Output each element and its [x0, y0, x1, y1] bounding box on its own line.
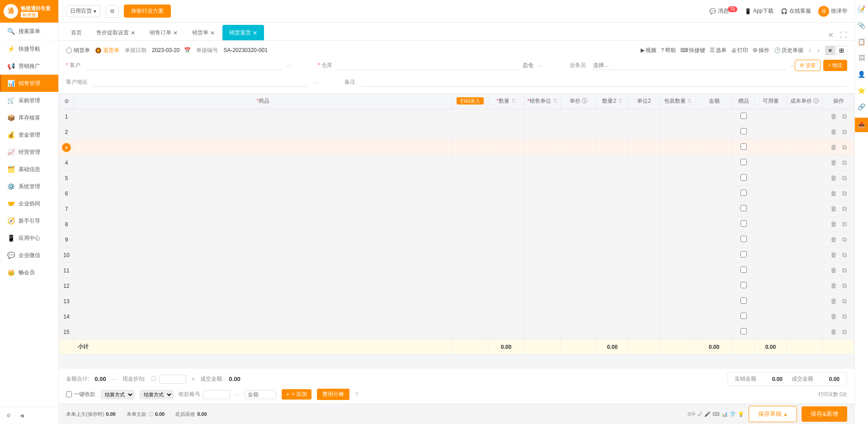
qty-sort-icon[interactable]: ⇅: [511, 98, 516, 104]
sidebar-item-app-center[interactable]: 📱 应用中心: [0, 229, 58, 247]
amount-cell[interactable]: [696, 124, 732, 140]
product-cell[interactable]: [74, 109, 452, 124]
right-attach-icon[interactable]: 📎: [856, 20, 867, 31]
qty-cell-active[interactable]: [488, 140, 524, 155]
industry-selector[interactable]: 日用百货 ▾: [66, 5, 100, 17]
account-input[interactable]: [203, 390, 230, 399]
copy-row-btn[interactable]: ⧉: [840, 296, 849, 306]
amount-cell-active[interactable]: [696, 140, 732, 155]
sidebar-item-marketing[interactable]: 📢 营销推广: [0, 57, 58, 75]
copy-row-btn[interactable]: ⧉: [840, 281, 849, 291]
delete-row-btn[interactable]: 🗑: [829, 127, 839, 137]
product-cell-active[interactable]: [74, 140, 452, 155]
delete-row-btn[interactable]: 🗑: [829, 112, 839, 121]
online-service-btn[interactable]: 🎧 在线客服: [781, 7, 811, 15]
copy-row-btn[interactable]: ⧉: [840, 112, 849, 121]
shortcut-btn[interactable]: ⌨ 快捷键: [680, 47, 705, 54]
sidebar-item-operation[interactable]: 📈 经营管理: [0, 143, 58, 161]
warehouse-more-btn[interactable]: ···: [538, 62, 542, 69]
col-scan-header[interactable]: 扫码录入: [452, 94, 488, 109]
settle-method-select[interactable]: 结算方式: [101, 390, 134, 399]
debt-help-icon[interactable]: ⓘ: [148, 411, 153, 418]
prev-doc-btn[interactable]: ‹: [808, 45, 812, 55]
select-btn[interactable]: ☰ 选单: [710, 47, 726, 54]
delete-row-btn[interactable]: 🗑: [829, 143, 839, 152]
sidebar-item-wechat[interactable]: 💬 企业微信: [0, 247, 58, 264]
operate-btn[interactable]: ⚙ 操作: [753, 47, 769, 54]
copy-row-btn[interactable]: ⧉: [840, 189, 849, 198]
message-btn[interactable]: 💬 消息 70: [709, 7, 737, 15]
sidebar-item-member[interactable]: 👑 畅会员: [0, 264, 58, 281]
gift-cell[interactable]: [732, 109, 755, 124]
copy-row-btn[interactable]: ⧉: [840, 173, 849, 183]
help-btn[interactable]: ? 帮助: [661, 47, 676, 54]
qty-cell[interactable]: [488, 124, 524, 140]
one-click-pay-field[interactable]: 一键收款: [66, 391, 95, 398]
right-person-icon[interactable]: 👤: [856, 69, 867, 80]
sidebar-item-inventory[interactable]: 📦 库存核算: [0, 109, 58, 126]
app-download-btn[interactable]: 📱 App下载: [745, 7, 774, 15]
price-cell[interactable]: [561, 124, 597, 140]
sidebar-item-sales[interactable]: 📊 销售管理: [0, 75, 58, 92]
price-cell-active[interactable]: [561, 140, 597, 155]
copy-row-btn[interactable]: ⧉: [840, 127, 849, 137]
add-row-cell[interactable]: +: [59, 140, 74, 155]
gift-cell-active[interactable]: [732, 140, 755, 155]
product-input[interactable]: [77, 144, 449, 151]
staff-input[interactable]: [591, 61, 785, 70]
taskbar-icon-4[interactable]: ⌨: [712, 411, 720, 417]
sidebar-item-finance[interactable]: 💰 资金管理: [0, 126, 58, 143]
pkg-cell[interactable]: [660, 109, 696, 124]
right-share-icon[interactable]: 🔗: [856, 101, 867, 112]
taskbar-icon-1[interactable]: S中: [687, 411, 695, 418]
copy-row-btn[interactable]: ⧉: [840, 266, 849, 275]
sidebar-item-search[interactable]: 🔍 搜索菜单: [0, 23, 58, 40]
copy-row-btn[interactable]: ⧉: [840, 250, 849, 260]
unit2-cell[interactable]: [628, 109, 660, 124]
delete-row-btn[interactable]: 🗑: [829, 327, 839, 337]
help-circle-icon[interactable]: ⓘ: [151, 375, 156, 383]
delete-row-btn[interactable]: 🗑: [829, 173, 839, 183]
copy-row-btn[interactable]: ⧉: [840, 204, 849, 214]
tab-prev-btn[interactable]: ✕: [826, 30, 835, 40]
sidebar-item-guide[interactable]: 🧭 新手引导: [0, 212, 58, 229]
radio-return-goods[interactable]: 退货单: [95, 47, 119, 54]
tab-sale-goods-close[interactable]: ✕: [210, 30, 215, 36]
account-more-btn[interactable]: ···: [235, 391, 239, 398]
tab-sale-order-close[interactable]: ✕: [173, 30, 178, 36]
taskbar-icon-3[interactable]: 🎤: [704, 411, 711, 417]
tab-sale-price[interactable]: 售价提取设置 ✕: [90, 25, 142, 40]
chevron-up-icon[interactable]: ▲: [783, 412, 788, 417]
topbar-gear-btn[interactable]: ⚙: [106, 5, 118, 18]
qty2-cell-active[interactable]: [597, 140, 628, 155]
calc-method-select[interactable]: 结算方式: [140, 390, 173, 399]
add-row-btn[interactable]: +: [62, 143, 71, 152]
unit2-cell-active[interactable]: [628, 140, 660, 155]
taskbar-icon-2[interactable]: 🖊: [698, 411, 703, 417]
qty2-sort-icon[interactable]: ⇅: [618, 98, 623, 104]
copy-row-btn[interactable]: ⧉: [840, 235, 849, 244]
unit-cell-active[interactable]: [524, 140, 561, 155]
pkg-cell[interactable]: [660, 124, 696, 140]
sidebar-settings-btn[interactable]: ⚙: [4, 411, 14, 420]
right-photo-icon[interactable]: 🖼: [857, 52, 867, 63]
delete-row-btn[interactable]: 🗑: [829, 266, 839, 275]
amount-cell[interactable]: [696, 109, 732, 124]
taskbar-icon-5[interactable]: 📊: [722, 411, 728, 417]
user-avatar[interactable]: 徐 徐泽华: [818, 6, 847, 17]
qty2-cell[interactable]: [597, 124, 628, 140]
history-btn[interactable]: 🕐 历史单据: [774, 47, 803, 54]
tab-sale-price-close[interactable]: ✕: [131, 30, 135, 36]
delete-row-btn[interactable]: 🗑: [829, 235, 839, 244]
customer-input[interactable]: [86, 61, 282, 70]
tab-maximize-btn[interactable]: ⛶: [838, 30, 849, 40]
unit2-cell[interactable]: [628, 124, 660, 140]
delete-row-btn[interactable]: 🗑: [829, 250, 839, 260]
col-gear-header[interactable]: ⚙: [59, 94, 74, 109]
copy-row-btn[interactable]: ⧉: [840, 219, 849, 229]
address-input[interactable]: [93, 77, 308, 87]
settings-panel-btn[interactable]: ⚙ 设置: [795, 60, 821, 71]
address-more-btn[interactable]: ···: [313, 79, 317, 86]
experience-plan-button[interactable]: 体验行业方案: [124, 5, 171, 18]
print-btn[interactable]: 🖨 打印: [731, 47, 748, 54]
